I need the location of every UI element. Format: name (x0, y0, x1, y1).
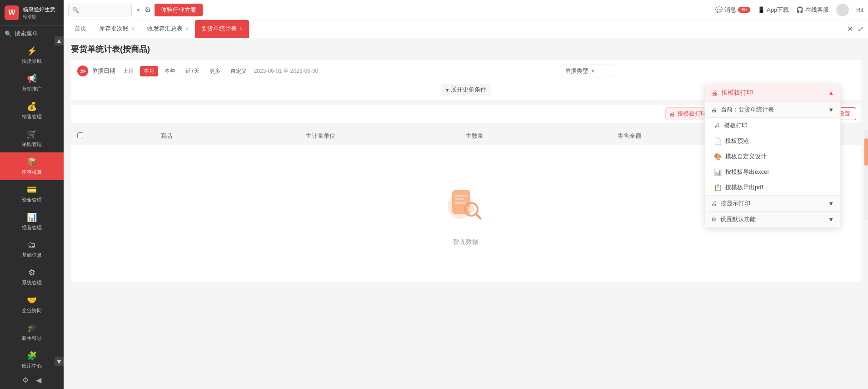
sidebar-item-inventory[interactable]: 📦 库存核算 (0, 152, 64, 180)
sidebar-item-basic[interactable]: 🗂 基础信息 (0, 236, 64, 263)
topbar-message[interactable]: 💬 消息 99+ (715, 6, 750, 14)
expand-more-icon: ▾ (446, 86, 449, 93)
svg-line-6 (476, 214, 480, 218)
finance-icon: 💳 (27, 185, 37, 195)
service-icon: 🎧 (796, 6, 803, 13)
sidebar-item-purchase[interactable]: 🛒 采购管理 (0, 125, 64, 152)
guide-icon: 🎓 (27, 323, 37, 333)
table-col-qty: 主数量 (398, 127, 552, 145)
expand-more-btn[interactable]: ▾ 展开更多条件 (441, 84, 491, 96)
close-all-icon[interactable]: ✕ (847, 25, 853, 33)
topbar-dropdown-chevron[interactable]: ▼ (135, 7, 141, 13)
inventory-icon: 📦 (27, 157, 37, 167)
sidebar-logo: W 畅康通好生意 标准版 (0, 0, 64, 26)
main-area: 🔍 ▼ ⚙ 体验行业方案 💬 消息 99+ 📱 App下载 🎧 在线客服 Rit (64, 0, 868, 389)
sidebar-item-appstore[interactable]: 🧩 应用中心 (0, 346, 64, 371)
filter-more[interactable]: 更多 (206, 66, 224, 76)
sidebar-logo-text: 畅康通好生意 标准版 (23, 6, 55, 20)
print-dropdown-menu: 🖨 按模板打印 ▲ 🖨 当前：要货单统计表 ▼ 🖨 模板打印 (704, 84, 841, 227)
table-col-checkbox[interactable] (71, 128, 89, 144)
tab-order-stats[interactable]: 要货单统计表 × (195, 20, 249, 38)
sidebar-item-sales[interactable]: 💰 销售管理 (0, 97, 64, 125)
tab-inventory-batch-close[interactable]: × (131, 25, 135, 32)
page-title: 要货单统计表(按商品) (71, 44, 861, 55)
right-scrollbar[interactable] (864, 129, 868, 220)
tab-home[interactable]: 首页 (68, 20, 93, 38)
tab-receipt-summary[interactable]: 收发存汇总表 × (141, 20, 195, 38)
filter-custom[interactable]: 自定义 (227, 66, 250, 76)
template-preview-icon: 📄 (714, 137, 722, 145)
message-badge: 99+ (738, 7, 750, 13)
sidebar-item-system[interactable]: ⚙ 系统管理 (0, 263, 64, 291)
message-icon: 💬 (715, 6, 723, 13)
filter-current-month[interactable]: 本月 (140, 66, 158, 76)
dropdown-item-template-pdf[interactable]: 📋 按模板导出pdf (705, 180, 840, 195)
filter-expand-btn[interactable]: ≫ (77, 66, 88, 76)
template-excel-icon: 📊 (714, 168, 722, 176)
settings-icon[interactable]: ⚙ (22, 376, 29, 384)
filter-last-7[interactable]: 近7天 (182, 66, 203, 76)
table-col-goods: 商品 (89, 127, 244, 145)
doc-type-chevron: ▼ (590, 68, 595, 74)
collab-icon: 🤝 (27, 295, 37, 305)
topbar-industry-btn[interactable]: 体验行业方案 (155, 4, 203, 16)
maximize-icon[interactable]: ⤢ (858, 25, 863, 33)
marketing-icon: 📢 (27, 74, 37, 84)
table-col-amount: 零售金额 (552, 127, 707, 145)
table-select-all[interactable] (77, 132, 83, 138)
scrollbar-thumb (864, 138, 868, 166)
topbar-gear-icon[interactable]: ⚙ (145, 5, 151, 14)
display-print-chevron: ▼ (828, 200, 834, 207)
dropdown-display-print-section[interactable]: 🖨 按显示打印 ▼ (705, 196, 840, 211)
sidebar-item-quick-nav[interactable]: ⚡ 快捷导航 (0, 41, 64, 69)
empty-text: 暂无数据 (453, 238, 479, 246)
filter-prev-month[interactable]: 上月 (119, 66, 137, 76)
search-icon: 🔍 (5, 30, 12, 37)
current-section-chevron: ▼ (828, 106, 834, 113)
dropdown-item-template-print[interactable]: 🖨 模板打印 (705, 118, 840, 133)
sidebar-item-operation[interactable]: 📊 经营管理 (0, 208, 64, 236)
sidebar-item-marketing[interactable]: 📢 营销推广 (0, 69, 64, 97)
topbar-app-download[interactable]: 📱 App下载 (758, 6, 789, 14)
topbar: 🔍 ▼ ⚙ 体验行业方案 💬 消息 99+ 📱 App下载 🎧 在线客服 Rit (64, 0, 868, 20)
content-area: 要货单统计表(按商品) ≫ 单据日期 上月 本月 本年 近7天 更多 自定义 2… (64, 38, 868, 389)
collapse-icon[interactable]: ◀ (36, 376, 41, 384)
dropdown-current-section[interactable]: 🖨 当前：要货单统计表 ▼ (705, 102, 840, 117)
sidebar-search[interactable]: 🔍 搜索菜单 (0, 26, 64, 41)
topbar-online-service[interactable]: 🎧 在线客服 (796, 6, 829, 14)
dropdown-default-func-section[interactable]: ⚙ 设置默认功能 ▼ (705, 212, 840, 227)
template-custom-icon: 🎨 (714, 153, 722, 160)
sidebar-item-finance[interactable]: 💳 资金管理 (0, 180, 64, 208)
quick-nav-icon: ⚡ (27, 46, 37, 56)
tab-receipt-summary-close[interactable]: × (185, 25, 189, 32)
topbar-avatar[interactable] (836, 4, 849, 16)
sidebar-scroll-down[interactable]: ▼ (55, 357, 64, 366)
sidebar: W 畅康通好生意 标准版 🔍 搜索菜单 ▲ ⚡ 快捷导航 📢 营销推广 💰 销售… (0, 0, 64, 389)
display-print-icon: 🖨 (711, 200, 717, 207)
topbar-search-box[interactable]: 🔍 (68, 4, 132, 16)
sidebar-scroll-up[interactable]: ▲ (55, 36, 64, 45)
dropdown-item-template-excel[interactable]: 📊 按模板导出excel (705, 164, 840, 180)
sidebar-item-guide[interactable]: 🎓 新手引导 (0, 318, 64, 346)
default-func-chevron: ▼ (828, 216, 834, 223)
svg-rect-3 (455, 198, 464, 200)
dropdown-header[interactable]: 🖨 按模板打印 ▲ (705, 84, 840, 101)
default-func-icon: ⚙ (711, 216, 717, 223)
tabs-bar: 首页 库存批次账 × 收发存汇总表 × 要货单统计表 × ✕ ⤢ (64, 20, 868, 38)
dropdown-chevron-up: ▲ (828, 90, 834, 96)
dropdown-item-template-custom[interactable]: 🎨 模板自定义设计 (705, 149, 840, 164)
empty-icon (443, 181, 489, 231)
sidebar-item-collab[interactable]: 🤝 企业协同 (0, 291, 64, 318)
tab-inventory-batch[interactable]: 库存批次账 × (93, 20, 141, 38)
dropdown-header-print-icon: 🖨 (711, 89, 718, 96)
dropdown-item-template-preview[interactable]: 📄 模板预览 (705, 133, 840, 149)
filter-current-year[interactable]: 本年 (161, 66, 179, 76)
operation-icon: 📊 (27, 212, 37, 222)
topbar-right: 💬 消息 99+ 📱 App下载 🎧 在线客服 Rit (715, 4, 863, 16)
filter-doc-type-select[interactable]: 单据类型 ▼ (561, 65, 615, 77)
system-icon: ⚙ (28, 268, 35, 278)
tab-order-stats-close[interactable]: × (239, 25, 243, 32)
topbar-search-icon: 🔍 (72, 7, 79, 13)
current-section-icon: 🖨 (711, 106, 717, 113)
appstore-icon: 🧩 (27, 351, 37, 361)
